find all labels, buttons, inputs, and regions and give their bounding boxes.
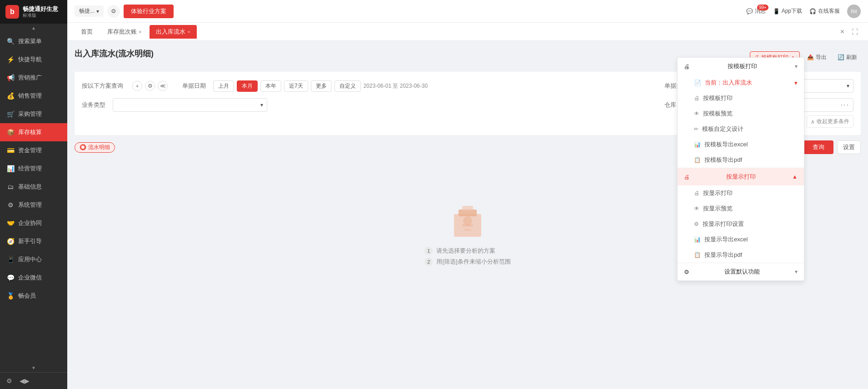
date-this-year[interactable]: 本年	[260, 80, 281, 92]
export-button[interactable]: 📤 导出	[803, 52, 830, 63]
current-template-arrow-icon: ▾	[794, 80, 798, 86]
tab-flow[interactable]: 出入库流水 ×	[150, 25, 196, 39]
date-more[interactable]: 更多	[311, 80, 332, 92]
template-export-pdf-item[interactable]: 📋 按模板导出pdf	[678, 152, 804, 168]
sidebar-item-quick-nav[interactable]: ⚡ 快捷导航	[0, 50, 67, 69]
current-template-label: 📄 当前：出入库流水 ▾	[678, 75, 804, 90]
template-export-excel-item[interactable]: 📊 按模板导出excel	[678, 137, 804, 152]
add-filter-button[interactable]: ＋	[132, 81, 142, 91]
display-print-header[interactable]: 🖨 按显示打印 ▲	[678, 168, 804, 185]
sidebar-item-guide[interactable]: 🧭 新手引导	[0, 232, 67, 250]
date-filter-label: 单据日期	[182, 82, 206, 90]
expand-tabs-icon[interactable]: ⛶	[849, 26, 861, 37]
date-custom[interactable]: 自定义	[334, 80, 361, 92]
sidebar-item-base[interactable]: 🗂 基础信息	[0, 178, 67, 196]
sidebar-item-finance[interactable]: 💳 资金管理	[0, 141, 67, 160]
service-icon: 🎧	[809, 8, 816, 15]
close-all-tabs-icon[interactable]: ×	[838, 26, 847, 38]
sidebar-item-system[interactable]: ⚙ 系统管理	[0, 196, 67, 214]
template-preview-item[interactable]: 👁 按模板预览	[678, 106, 804, 121]
close-flow-tab-icon[interactable]: ×	[187, 29, 190, 35]
tab-batch[interactable]: 库存批次账 ×	[101, 25, 148, 39]
export-icon: 📤	[807, 54, 814, 60]
refresh-icon: 🔄	[838, 54, 844, 60]
query-button[interactable]: 查询	[803, 140, 833, 154]
sidebar-item-weixin[interactable]: 💬 企业微信	[0, 269, 67, 287]
edit-filter-button[interactable]: ⚙	[145, 81, 155, 91]
sidebar-item-purchase[interactable]: 🛒 采购管理	[0, 105, 67, 123]
sidebar-item-member[interactable]: 🏅 畅会员	[0, 287, 67, 305]
sidebar-item-business[interactable]: 📊 经营管理	[0, 160, 67, 178]
service-button[interactable]: 🎧 在线客服	[809, 7, 840, 15]
collapse-sidebar-icon[interactable]: ◀▶	[20, 377, 30, 384]
trial-button[interactable]: 体验行业方案	[124, 5, 174, 18]
close-batch-tab-icon[interactable]: ×	[139, 29, 141, 35]
template-print-item-icon: 🖨	[694, 95, 699, 101]
page-title: 出入库流水(流水明细)	[75, 48, 154, 59]
topbar: 畅捷... ▾ ⚙ 体验行业方案 💬 消息 99+ 📱 App下载 🎧 在线客服	[67, 0, 868, 23]
topbar-right: 💬 消息 99+ 📱 App下载 🎧 在线客服 Rit	[746, 5, 861, 18]
sidebar-item-corp[interactable]: 🤝 企业协同	[0, 214, 67, 232]
template-print-header[interactable]: 🖨 按模板打印 ▾	[678, 58, 804, 75]
gear-button[interactable]: ⚙	[107, 5, 120, 18]
user-info[interactable]: 畅捷... ▾	[75, 5, 104, 17]
scroll-down-icon[interactable]: ▼	[0, 364, 67, 372]
template-print-header-icon: 🖨	[684, 63, 690, 70]
purchase-icon: 🛒	[6, 110, 15, 118]
business-type-select[interactable]: ▾	[113, 98, 267, 112]
logo-icon: b	[5, 5, 19, 19]
business-type-label: 业务类型	[82, 101, 105, 109]
svg-rect-4	[462, 224, 473, 227]
tab-home[interactable]: 首页	[75, 25, 99, 39]
refresh-button[interactable]: 🔄 刷新	[834, 52, 861, 63]
sidebar-item-marketing[interactable]: 📢 营销推广	[0, 69, 67, 87]
sidebar-item-apps[interactable]: 📱 应用中心	[0, 250, 67, 269]
marketing-icon: 📢	[6, 74, 15, 81]
tip-2: 2 用[筛选]条件来缩小分析范围	[424, 258, 510, 266]
app-logo: b 畅捷通好生意 标准版	[0, 0, 67, 24]
sidebar-item-sales[interactable]: 💰 销售管理	[0, 87, 67, 105]
message-icon: 💬	[746, 8, 753, 15]
message-button[interactable]: 💬 消息 99+	[746, 7, 766, 15]
default-section-chevron-icon: ▾	[795, 269, 798, 275]
display-print-header-icon: 🖨	[684, 174, 690, 180]
template-export-pdf-icon: 📋	[694, 157, 701, 163]
display-export-excel-icon: 📊	[694, 236, 701, 243]
template-custom-item[interactable]: ✏ 模板自定义设计	[678, 121, 804, 137]
display-print-section: 🖨 按显示打印 ▲ 🖨 按显示打印 👁 按显示预览 ⚙ 按显示打印设置	[678, 168, 804, 263]
sidebar-nav: 🔍 搜索菜单 ⚡ 快捷导航 📢 营销推广 💰 销售管理 🛒 采购管理 📦 库存核…	[0, 32, 67, 364]
template-print-item[interactable]: 🖨 按模板打印	[678, 90, 804, 106]
app-download-button[interactable]: 📱 App下载	[773, 7, 802, 15]
display-section-chevron-icon: ▲	[792, 174, 798, 180]
business-type-chevron-icon: ▾	[260, 102, 263, 108]
settings-bottom-icon[interactable]: ⚙	[6, 377, 12, 384]
inventory-icon: 📦	[6, 129, 15, 136]
svg-rect-5	[464, 229, 471, 231]
sidebar: b 畅捷通好生意 标准版 ▲ 🔍 搜索菜单 ⚡ 快捷导航 📢 营销推广 💰 销售…	[0, 0, 67, 389]
sidebar-item-inventory[interactable]: 📦 库存核算	[0, 123, 67, 141]
active-filter-tag[interactable]: ⭕ 流水明细	[75, 142, 115, 153]
display-settings-item[interactable]: ⚙ 按显示打印设置	[678, 216, 804, 232]
display-export-excel-item[interactable]: 📊 按显示导出excel	[678, 232, 804, 247]
sales-icon: 💰	[6, 92, 15, 100]
display-export-pdf-item[interactable]: 📋 按显示导出pdf	[678, 247, 804, 263]
display-print-item[interactable]: 🖨 按显示打印	[678, 185, 804, 201]
date-filter-options: 上月 本月 本年 近7天 更多 自定义 2023-06-01 至 2023-06…	[213, 80, 432, 92]
settings-button[interactable]: 设置	[837, 140, 861, 154]
tip-1: 1 请先选择要分析的方案	[424, 247, 510, 255]
date-last-month[interactable]: 上月	[213, 80, 234, 92]
default-section-header[interactable]: ⚙ 设置默认功能 ▾	[678, 263, 804, 280]
collapse-filter-icon[interactable]: ≪	[158, 81, 168, 91]
date-this-month[interactable]: 本月	[237, 80, 258, 92]
scroll-up-icon[interactable]: ▲	[0, 24, 67, 32]
date-7days[interactable]: 近7天	[284, 80, 308, 92]
collapse-more-button[interactable]: ∧ 收起更多条件	[807, 115, 853, 128]
display-preview-item[interactable]: 👁 按显示预览	[678, 201, 804, 216]
content-area: 出入库流水(流水明细) 🖨 按模板打印 ▲ 📤 导出 🔄 刷新	[67, 41, 868, 389]
avatar[interactable]: Rit	[847, 5, 861, 18]
display-print-item-icon: 🖨	[694, 190, 699, 196]
filter-tag-icon: ⭕	[80, 144, 86, 150]
display-settings-item-icon: ⚙	[694, 221, 699, 227]
sidebar-item-search[interactable]: 🔍 搜索菜单	[0, 32, 67, 50]
weixin-icon: 💬	[6, 274, 15, 281]
